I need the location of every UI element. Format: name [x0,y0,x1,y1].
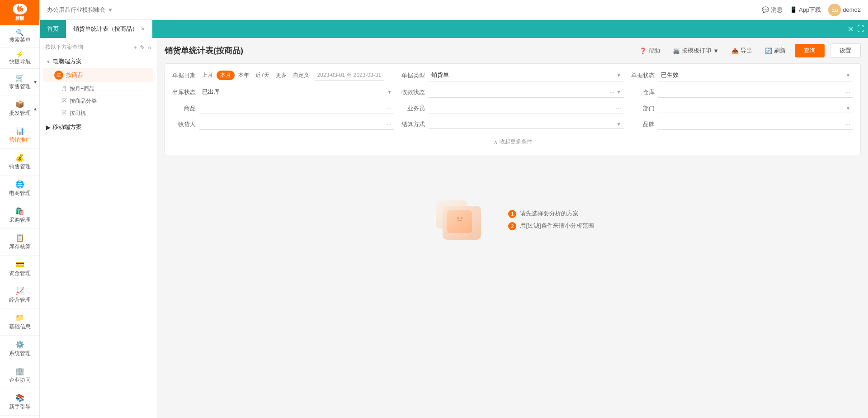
app-title: 办公用品行业模拟账套 [47,6,106,14]
out-status-select[interactable]: 已出库 ▼ [199,86,394,98]
query-button[interactable]: 查询 [795,44,825,57]
tab-close-window-button[interactable]: ✕ [848,25,854,33]
print-icon: 🖨️ [673,48,680,54]
warehouse-field: 仓库 ··· [631,86,853,98]
mobile-group-arrow: ▶ [46,124,51,131]
sidebar-item-sales[interactable]: 💰 销售管理 [0,149,39,176]
scheme-active-icon: 按 [54,71,63,80]
sidebar: 畅 标版 🔍 搜索菜单 ⚡ 快捷导航 🛒 零售管理 ▼ 📦 批发管理 ▲ 📊 营… [0,0,40,418]
date-tab-custom[interactable]: 自定义 [290,71,312,80]
finance-icon: 💳 [15,260,24,269]
collapse-bar[interactable]: ∧ 收起更多条件 [172,134,853,149]
tab-bar-right: ✕ ⛶ [844,20,868,38]
sidebar-item-basic-info[interactable]: 📁 基础信息 [0,309,39,336]
tab-sales-stats[interactable]: 销货单统计表（按商品） ✕ [66,20,152,38]
mobile-scheme-group-title[interactable]: ▶ 移动端方案 [43,121,153,133]
scheme-panel-header: 按以下方案查询 + ✎ « [43,43,153,51]
scheme-panel: 按以下方案查询 + ✎ « ▼ 电脑端方案 按 按商品 月 [40,38,157,418]
month-icon: 月 [61,85,67,93]
chevron-icon: ▼ [33,80,38,85]
date-tab-this-month[interactable]: 本月 [217,71,235,80]
scheme-collapse-button[interactable]: « [148,44,151,51]
sidebar-search[interactable]: 🔍 搜索菜单 [0,25,39,48]
chevron-up-icon: ▲ [33,106,38,111]
scheme-item-by-month-product[interactable]: 月 按月+商品 [43,83,153,95]
logo-subtitle: 标版 [15,15,24,22]
date-tab-this-year[interactable]: 本年 [236,71,252,80]
sidebar-item-operations[interactable]: 📈 经营管理 [0,282,39,309]
warehouse-select[interactable]: ··· [658,86,853,98]
out-status-value: 已出库 [202,88,385,96]
salesperson-label: 业务员 [401,104,425,113]
warehouse-label: 仓库 [631,88,655,96]
warehouse-dots: ··· [845,88,850,95]
settlement-label: 结算方式 [401,120,425,128]
settings-button[interactable]: 设置 [830,43,861,58]
receiver-select[interactable]: ··· [199,119,394,130]
brand-dots: ··· [845,120,850,128]
print-button[interactable]: 🖨️ 按模板打印 ▼ [669,45,722,57]
scheme-edit-button[interactable]: ✎ [140,44,145,51]
doc-status-select[interactable]: 已生效 ▼ [658,69,853,81]
sidebar-item-purchase[interactable]: 🛍️ 采购管理 [0,202,39,229]
app-dropdown-icon[interactable]: ▼ [108,7,113,13]
recv-status-select[interactable]: ··· ▼ [429,86,623,98]
step2-num: 2 [508,222,516,230]
sidebar-item-marketing[interactable]: 📊 营销推广 [0,122,39,149]
date-tab-more[interactable]: 更多 [273,71,289,80]
page-title: 销货单统计表(按商品) [165,45,243,56]
scheme-add-button[interactable]: + [133,44,137,51]
sales-stats-tab-label: 销货单统计表（按商品） [73,25,138,33]
enterprise-icon: 🏢 [15,367,24,375]
salesperson-select[interactable]: ··· [429,103,623,114]
desktop-scheme-group-title[interactable]: ▼ 电脑端方案 [43,56,153,67]
recv-status-arrow: ▼ [617,90,621,95]
app-download-button[interactable]: 📱 App下载 [790,6,821,14]
tab-maximize-button[interactable]: ⛶ [857,25,864,33]
header-right: 💬 消息 📱 App下载 Ea demo2 [762,4,861,16]
salesperson-field: 业务员 ··· [401,103,623,114]
out-status-field: 出库状态 已出库 ▼ [172,86,394,98]
doc-type-select[interactable]: 销货单 ▼ [429,69,623,81]
date-tab-7days[interactable]: 近7天 [253,71,272,80]
date-range-input[interactable]: 2023-03-01 至 2023-03-31 [315,71,384,81]
refresh-button[interactable]: 🔄 刷新 [761,45,789,57]
date-tabs: 上月 本月 本年 近7天 更多 自定义 [199,71,312,80]
brand-select[interactable]: ··· [658,119,853,130]
doc-status-field: 单据状态 已生效 ▼ [631,69,853,81]
tab-close-button[interactable]: ✕ [141,26,145,32]
export-button[interactable]: 📤 导出 [728,45,756,57]
sidebar-item-onboarding[interactable]: 📚 新手引导 [0,389,39,416]
sidebar-item-ecommerce[interactable]: 🌐 电商管理 [0,176,39,202]
sidebar-item-finance[interactable]: 💳 资金管理 [0,256,39,282]
product-select[interactable]: ··· [199,103,394,114]
doc-type-label: 单据类型 [401,71,425,80]
filter-row-3: 商品 ··· 业务员 ··· 部门 [172,103,853,114]
tab-home[interactable]: 首页 [40,20,66,38]
department-arrow: ▼ [846,106,850,111]
out-status-label: 出库状态 [172,88,196,96]
scheme-item-by-product[interactable]: 按 按商品 [43,68,153,82]
message-button[interactable]: 💬 消息 [762,6,783,14]
settlement-select[interactable]: ▼ [429,120,623,129]
sidebar-item-retail[interactable]: 🛒 零售管理 ▼ [0,69,39,95]
department-select[interactable]: ▼ [658,104,853,113]
user-menu[interactable]: Ea demo2 [828,4,861,16]
scheme-item-by-category[interactable]: 区 按商品分类 [43,95,153,107]
department-field: 部门 ▼ [631,104,853,113]
sidebar-item-enterprise[interactable]: 🏢 企业协同 [0,362,39,389]
marketing-icon: 📊 [15,127,24,135]
sidebar-item-inventory[interactable]: 📋 库存核算 [0,229,39,256]
print-dropdown-arrow[interactable]: ▼ [713,48,719,54]
sidebar-quick-nav[interactable]: ⚡ 快捷导航 [0,48,39,69]
sidebar-item-wholesale[interactable]: 📦 批发管理 ▲ [0,95,39,122]
help-button[interactable]: ❓ 帮助 [636,45,664,57]
sales-icon: 💰 [15,153,24,162]
date-tab-last-month[interactable]: 上月 [199,71,216,80]
main-content: 销货单统计表(按商品) ❓ 帮助 🖨️ 按模板打印 ▼ 📤 导出 [157,38,868,418]
logo-icon: 畅 [13,4,27,14]
sidebar-item-system[interactable]: ⚙️ 系统管理 [0,336,39,362]
sidebar-item-app-center[interactable]: 🔲 应用中心 [0,416,39,418]
scheme-item-by-cashier[interactable]: 区 按司机 [43,107,153,119]
top-header: 办公用品行业模拟账套 ▼ 💬 消息 📱 App下载 Ea demo2 [40,0,868,20]
